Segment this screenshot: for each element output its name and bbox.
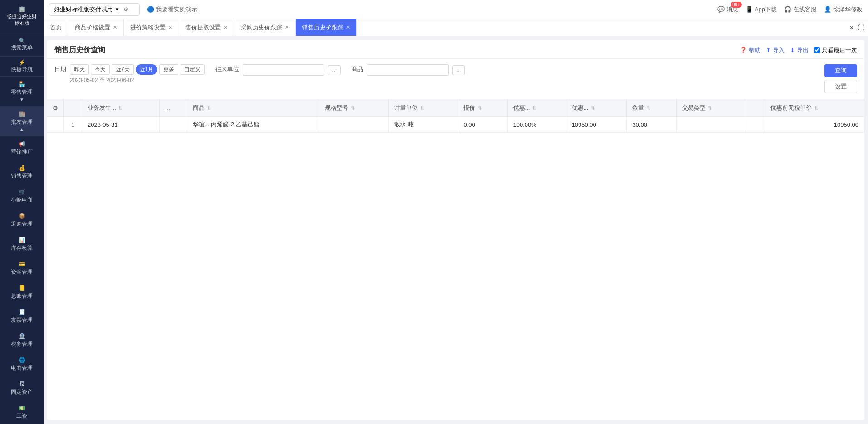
online-service-btn[interactable]: 🎧 在线客服: [784, 5, 817, 14]
tab-purchase-strategy[interactable]: 进价策略设置 ✕: [124, 19, 179, 36]
topbar: 好业财标准版交付试用 ▾ ⚙ 🔵 我要看实例演示 💬 消息 99+ 📱 App下…: [44, 0, 868, 19]
tab-purchase-history-label: 采购历史价跟踪: [241, 24, 282, 32]
app-name-line2: 标准版: [4, 20, 40, 27]
td-spec: [319, 117, 389, 133]
maximize-btn[interactable]: ⛶: [858, 24, 864, 31]
help-link[interactable]: ❓ 帮助: [740, 46, 761, 54]
th-quantity[interactable]: 数量 ⇅: [627, 99, 676, 117]
close-icon[interactable]: ✕: [113, 24, 117, 30]
td-product: 华谊... 丙烯酸-2-乙基己酯: [187, 117, 319, 133]
sidebar-item-retail[interactable]: 🏪 零售管理 ▼: [0, 77, 44, 106]
th-transaction-type-label: 交易类型: [682, 104, 706, 111]
date-buttons: 昨天 今天 近7天 近1月 更多 自定义: [70, 64, 205, 75]
sidebar-item-wholesale[interactable]: 🏬 批发管理 ▲: [0, 106, 44, 136]
th-pretax-price[interactable]: 优惠前无税单价 ⇅: [765, 99, 864, 117]
date-btn-yesterday[interactable]: 昨天: [70, 64, 89, 75]
close-icon[interactable]: ✕: [224, 24, 228, 30]
date-btn-today[interactable]: 今天: [91, 64, 110, 75]
app-download-btn[interactable]: 📱 App下载: [746, 5, 777, 14]
sidebar-item-marketing[interactable]: 📢 营销推广: [0, 136, 44, 160]
table-row: 1 2023-05-31 华谊... 丙烯酸-2-乙基己酯 散水 吨 0.00: [47, 117, 864, 133]
td-transaction-type: [676, 117, 746, 133]
product-name: 丙烯酸-2-乙基己酯: [211, 121, 259, 128]
sort-icon: ⇅: [814, 106, 818, 111]
product-input[interactable]: [367, 64, 449, 76]
demo-label: 我要看实例演示: [156, 5, 197, 14]
product-ellipsis-btn[interactable]: ...: [452, 65, 465, 75]
tab-product-price[interactable]: 商品价格设置 ✕: [68, 19, 124, 36]
close-icon[interactable]: ✕: [285, 24, 289, 30]
close-window-btn[interactable]: ✕: [849, 24, 854, 31]
th-unit[interactable]: 计量单位 ⇅: [389, 99, 458, 117]
only-last-checkbox[interactable]: [814, 47, 820, 53]
th-gear[interactable]: ⚙: [47, 99, 64, 117]
from-unit-filter-group: 往来单位 ...: [215, 64, 341, 76]
assets-icon: 🏗: [19, 381, 24, 387]
sidebar-item-ecommerce-small-label: 小畅电商: [11, 196, 33, 204]
settings-icon[interactable]: ⚙: [123, 6, 129, 13]
sidebar-item-invoice[interactable]: 🧾 发票管理: [0, 304, 44, 328]
from-unit-label: 往来单位: [215, 64, 239, 73]
tax-icon: 🏦: [19, 333, 25, 339]
sidebar-search[interactable]: 🔍 搜索菜单: [0, 33, 44, 57]
tab-sale-extract[interactable]: 售价提取设置 ✕: [179, 19, 234, 36]
messages-btn[interactable]: 💬 消息 99+: [717, 5, 738, 14]
from-unit-input[interactable]: [243, 64, 324, 76]
close-icon[interactable]: ✕: [346, 24, 350, 30]
sidebar-quick-nav[interactable]: ⚡ 快捷导航: [0, 57, 44, 77]
sidebar-item-ecommerce[interactable]: 🌐 电商管理: [0, 352, 44, 376]
td-more: [160, 117, 187, 133]
date-btn-custom[interactable]: 自定义: [180, 64, 205, 75]
import-link[interactable]: ⬆ 导入: [766, 46, 785, 54]
th-quoted-price[interactable]: 报价 ⇅: [458, 99, 507, 117]
date-filter-controls: 昨天 今天 近7天 近1月 更多 自定义 2023-05-02 至 2023-0…: [70, 64, 205, 84]
export-link[interactable]: ⬇ 导出: [790, 46, 809, 54]
general-ledger-icon: 📒: [19, 285, 25, 291]
th-discount-pct[interactable]: 优惠... ⇅: [507, 99, 566, 117]
th-discount-amt[interactable]: 优惠... ⇅: [566, 99, 627, 117]
sidebar-item-inventory[interactable]: 📊 库存核算: [0, 232, 44, 256]
sidebar-item-purchase[interactable]: 📦 采购管理: [0, 208, 44, 232]
sidebar-item-assets[interactable]: 🏗 固定资产: [0, 376, 44, 400]
td-seq: 1: [64, 117, 82, 133]
user-menu[interactable]: 👤 徐泽华修改: [824, 5, 863, 14]
td-quantity: 30.00: [627, 117, 676, 133]
settings-button[interactable]: 设置: [824, 80, 857, 93]
sidebar-item-tax-label: 税务管理: [11, 340, 33, 348]
close-icon[interactable]: ✕: [168, 24, 172, 30]
only-last-checkbox-label[interactable]: 只看最后一次: [814, 46, 857, 54]
import-label: 导入: [773, 46, 785, 54]
sidebar-item-ecommerce-small[interactable]: 🛒 小畅电商: [0, 184, 44, 208]
date-btn-1month[interactable]: 近1月: [136, 64, 158, 75]
th-product[interactable]: 商品 ⇅: [187, 99, 319, 117]
sidebar-item-tax[interactable]: 🏦 税务管理: [0, 328, 44, 352]
sidebar-item-salary[interactable]: 💵 工资: [0, 400, 44, 424]
sidebar-item-finance[interactable]: 💳 资金管理: [0, 256, 44, 280]
th-transaction-type[interactable]: 交易类型 ⇅: [676, 99, 746, 117]
module-selector[interactable]: 好业财标准版交付试用 ▾ ⚙: [49, 3, 140, 16]
tab-controls: ✕ ⛶: [845, 24, 868, 31]
sidebar-item-general-ledger[interactable]: 📒 总账管理: [0, 280, 44, 304]
tab-home[interactable]: 首页: [44, 19, 68, 36]
th-spacer: [746, 99, 765, 117]
page-header: 销售历史价查询 ❓ 帮助 ⬆ 导入 ⬇ 导出 只看最后一次: [47, 40, 864, 59]
date-btn-7days[interactable]: 近7天: [112, 64, 134, 75]
tab-sales-history[interactable]: 销售历史价跟踪 ✕: [296, 19, 357, 36]
messages-icon: 💬: [717, 6, 725, 13]
th-more[interactable]: ...: [160, 99, 187, 117]
query-button[interactable]: 查询: [824, 64, 857, 77]
date-filter-label: 日期: [54, 64, 66, 73]
sidebar-item-marketing-label: 营销推广: [11, 148, 33, 156]
from-unit-ellipsis-btn[interactable]: ...: [328, 65, 341, 75]
th-discount-amt-label: 优惠...: [572, 104, 589, 111]
only-last-label: 只看最后一次: [822, 46, 857, 54]
sidebar-item-sales-label: 销售管理: [11, 172, 33, 180]
th-spec[interactable]: 规格型号 ⇅: [319, 99, 389, 117]
tab-purchase-history[interactable]: 采购历史价跟踪 ✕: [234, 19, 296, 36]
th-biz-date[interactable]: 业务发生... ⇅: [82, 99, 160, 117]
date-range-display: 2023-05-02 至 2023-06-02: [70, 77, 205, 84]
sidebar-item-sales[interactable]: 💰 销售管理: [0, 160, 44, 184]
date-btn-more[interactable]: 更多: [159, 64, 178, 75]
td-pretax-price: 10950.00: [765, 117, 864, 133]
demo-link[interactable]: 🔵 我要看实例演示: [147, 5, 197, 14]
